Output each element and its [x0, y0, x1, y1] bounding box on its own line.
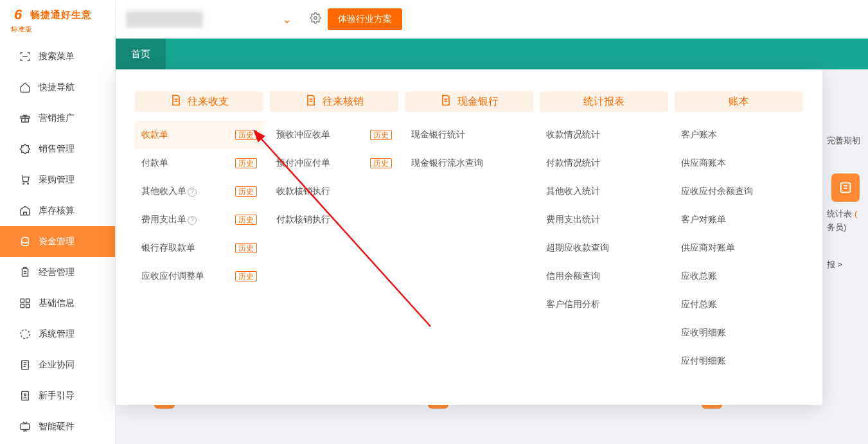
- mega-menu-header: 往来收支: [135, 91, 263, 112]
- mega-menu-item[interactable]: 现金银行流水查询: [405, 149, 533, 177]
- svg-point-14: [314, 16, 317, 19]
- mega-menu-col-3: 统计报表收款情况统计付款情况统计其他收入统计费用支出统计超期应收款查询信用余额查…: [540, 91, 668, 375]
- mega-menu-list: 现金银行统计现金银行流水查询: [405, 121, 533, 177]
- mega-menu-item[interactable]: 付款单历史: [135, 149, 263, 177]
- sidebar-item-9[interactable]: 系统管理: [0, 319, 115, 350]
- history-badge[interactable]: 历史: [370, 158, 392, 168]
- sidebar-item-12[interactable]: 智能硬件: [0, 411, 115, 442]
- mega-menu-item[interactable]: 客户账本: [675, 121, 803, 149]
- mega-menu-item[interactable]: 应收明细账: [675, 319, 803, 347]
- sidebar-item-10[interactable]: 企业协同: [0, 350, 115, 380]
- mega-menu-header: 统计报表: [540, 91, 668, 112]
- mega-menu-item[interactable]: 收款单历史: [135, 121, 263, 149]
- mega-menu-item[interactable]: 预付冲应付单历史: [270, 149, 398, 177]
- mega-menu-item[interactable]: 其他收入单?历史: [135, 177, 263, 206]
- mega-menu-item[interactable]: 客户信用分析: [540, 290, 668, 319]
- history-badge[interactable]: 历史: [235, 158, 257, 168]
- history-badge[interactable]: 历史: [235, 271, 257, 281]
- sidebar-item-3[interactable]: 销售管理: [0, 134, 115, 164]
- topbar: ⌄ 体验行业方案: [116, 0, 868, 39]
- mega-menu-item[interactable]: 应付明细账: [675, 347, 803, 375]
- doc-icon: [170, 94, 182, 109]
- history-badge[interactable]: 历史: [235, 130, 257, 140]
- svg-point-9: [21, 330, 30, 339]
- badge-icon: [19, 143, 31, 155]
- mega-menu-item[interactable]: 现金银行统计: [405, 121, 533, 149]
- mega-menu-item[interactable]: 应收应付调整单历史: [135, 262, 263, 290]
- sidebar-item-7[interactable]: 经营管理: [0, 257, 115, 288]
- svg-point-12: [24, 394, 26, 396]
- mega-menu-item[interactable]: 银行存取款单历史: [135, 234, 263, 262]
- mega-menu-item-label: 信用余额查询: [546, 271, 600, 282]
- sidebar-item-4[interactable]: 采购管理: [0, 164, 115, 195]
- sidebar-item-label: 采购管理: [39, 174, 75, 186]
- mega-menu-item[interactable]: 收款情况统计: [540, 121, 668, 149]
- svg-rect-13: [21, 424, 30, 430]
- mega-menu-item-label: 其他收入统计: [546, 186, 600, 197]
- help-icon[interactable]: ?: [188, 188, 197, 197]
- mega-menu-item[interactable]: 超期应收款查询: [540, 234, 668, 262]
- svg-rect-5: [21, 299, 24, 302]
- mega-menu-header-text: 往来收支: [188, 95, 229, 109]
- sidebar-item-11[interactable]: 新手引导: [0, 380, 115, 411]
- mega-menu-item[interactable]: 其他收入统计: [540, 177, 668, 206]
- mega-menu-item[interactable]: 费用支出统计: [540, 206, 668, 234]
- mega-menu-item[interactable]: 应收应付余额查询: [675, 177, 803, 206]
- mega-menu-item[interactable]: 供应商对账单: [675, 234, 803, 262]
- mega-menu-item[interactable]: 收款核销执行: [270, 177, 398, 206]
- mega-menu-item[interactable]: 供应商账本: [675, 149, 803, 177]
- svg-point-2: [23, 183, 24, 184]
- mega-menu-item[interactable]: 费用支出单?历史: [135, 206, 263, 234]
- sidebar-item-8[interactable]: 基础信息: [0, 288, 115, 319]
- mega-menu-item-label: 预收冲应收单: [276, 129, 330, 141]
- help-icon[interactable]: ?: [188, 216, 197, 225]
- mega-menu-item[interactable]: 预收冲应收单历史: [270, 121, 398, 149]
- trial-solution-button[interactable]: 体验行业方案: [328, 8, 402, 30]
- history-badge[interactable]: 历史: [370, 130, 392, 140]
- mega-menu-item-label: 费用支出统计: [546, 214, 600, 226]
- mega-menu-header-text: 现金银行: [457, 95, 499, 109]
- brand-logo[interactable]: 6 畅捷通好生意 标准版: [0, 0, 115, 39]
- mega-menu-col-1: 往来核销预收冲应收单历史预付冲应付单历史收款核销执行付款核销执行: [270, 91, 398, 375]
- sidebar-item-label: 营销推广: [39, 112, 75, 124]
- money-icon: [19, 236, 31, 247]
- mega-menu-item[interactable]: 付款情况统计: [540, 149, 668, 177]
- mega-menu-col-4: 账本客户账本供应商账本应收应付余额查询客户对账单供应商对账单应收总账应付总账应收…: [675, 91, 803, 375]
- peek-text-2b: 务员): [823, 222, 868, 233]
- mega-menu-item[interactable]: 应收总账: [675, 262, 803, 290]
- gear-icon[interactable]: [310, 12, 321, 26]
- brand-name: 畅捷通好生意: [30, 9, 92, 21]
- mega-menu-col-2: 现金银行现金银行统计现金银行流水查询: [405, 91, 533, 375]
- mega-menu-item-label: 应付明细账: [681, 355, 726, 367]
- tv-icon: [19, 421, 31, 432]
- history-badge[interactable]: 历史: [235, 186, 257, 197]
- note-icon: [19, 359, 31, 371]
- mega-menu-item-label: 收款单: [141, 129, 168, 141]
- doc-icon: [439, 94, 452, 109]
- sidebar-item-label: 基础信息: [39, 297, 75, 309]
- sidebar-item-2[interactable]: 营销推广: [0, 103, 115, 134]
- home-icon: [19, 82, 31, 93]
- mega-menu-item-label: 现金银行统计: [411, 129, 465, 141]
- sidebar-item-1[interactable]: 快捷导航: [0, 72, 115, 103]
- history-badge[interactable]: 历史: [235, 243, 257, 253]
- mega-menu-item[interactable]: 付款核销执行: [270, 206, 398, 234]
- tab-home[interactable]: 首页: [116, 39, 166, 69]
- required-asterisk-icon: (: [855, 209, 857, 218]
- sidebar-item-5[interactable]: 库存核算: [0, 195, 115, 226]
- sidebar-item-label: 企业协同: [39, 359, 75, 371]
- mega-menu-col-0: 往来收支收款单历史付款单历史其他收入单?历史费用支出单?历史银行存取款单历史应收…: [135, 91, 263, 375]
- mega-menu-item-label: 客户信用分析: [546, 299, 600, 310]
- sidebar-item-0[interactable]: 搜索菜单: [0, 41, 115, 72]
- mega-menu-item[interactable]: 客户对账单: [675, 206, 803, 234]
- sidebar-item-label: 新手引导: [39, 390, 75, 402]
- mega-menu-item-label: 供应商账本: [681, 157, 726, 169]
- guide-icon: [19, 390, 31, 402]
- funds-mega-menu: 往来收支收款单历史付款单历史其他收入单?历史费用支出单?历史银行存取款单历史应收…: [116, 69, 822, 405]
- mega-menu-item[interactable]: 应付总账: [675, 290, 803, 319]
- history-badge[interactable]: 历史: [235, 215, 257, 225]
- grid-icon: [19, 297, 31, 309]
- org-selector[interactable]: ⌄: [128, 11, 321, 28]
- sidebar-item-6[interactable]: 资金管理: [0, 226, 115, 257]
- mega-menu-item[interactable]: 信用余额查询: [540, 262, 668, 290]
